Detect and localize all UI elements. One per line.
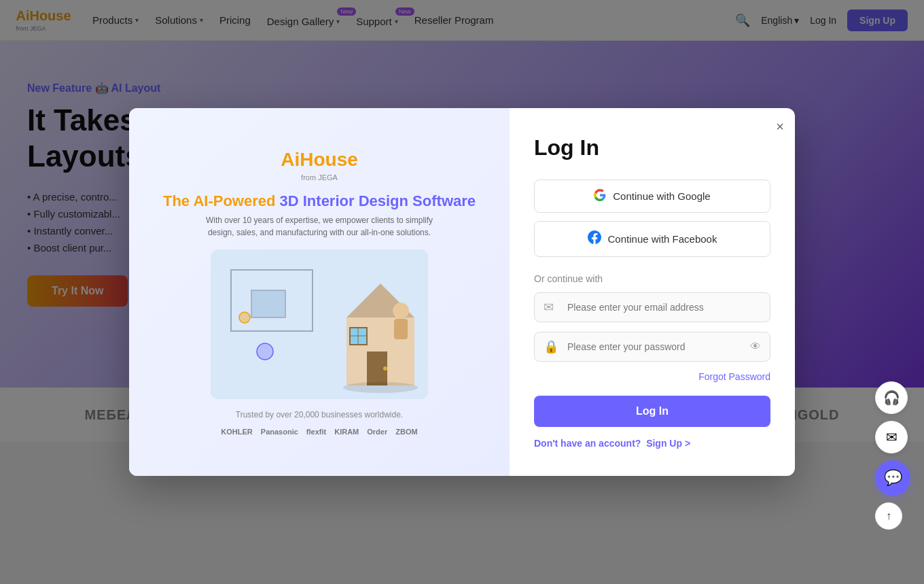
forgot-password-link[interactable]: Forgot Password [534, 371, 770, 382]
modal-trusted-text: Trusted by over 20,000 businesses worldw… [163, 410, 476, 419]
login-modal: AiHouse from JEGA The AI-Powered 3D Inte… [129, 108, 795, 442]
headset-icon: 🎧 [883, 390, 900, 406]
login-submit-button[interactable]: Log In [534, 396, 770, 427]
password-input[interactable] [534, 332, 770, 362]
modal-logo-sub: from JEGA [163, 173, 476, 182]
modal-brand-panasonic: Panasonic [261, 428, 298, 436]
email-input-group: ✉ [534, 292, 770, 322]
svg-point-6 [383, 366, 387, 371]
modal-brand-kohler: KOHLER [221, 428, 252, 436]
modal-brand-logos: KOHLER Panasonic flexfit KIRAM Order ZBO… [163, 428, 476, 436]
modal-logo: AiHouse [163, 149, 476, 171]
facebook-login-button[interactable]: Continue with Facebook [534, 221, 770, 257]
email-input[interactable] [534, 292, 770, 322]
signup-link[interactable]: Sign Up > [646, 438, 690, 442]
modal-title: Log In [534, 135, 770, 160]
modal-tagline: The AI-Powered 3D Interior Design Softwa… [163, 192, 476, 210]
modal-description: With over 10 years of expertise, we empo… [163, 214, 476, 239]
facebook-icon [588, 230, 601, 247]
svg-point-12 [239, 312, 250, 323]
modal-left-panel: AiHouse from JEGA The AI-Powered 3D Inte… [129, 108, 510, 442]
lock-icon: 🔒 [544, 339, 558, 354]
mail-widget[interactable]: ✉ [875, 421, 908, 442]
modal-overlay[interactable]: AiHouse from JEGA The AI-Powered 3D Inte… [0, 0, 924, 442]
svg-point-11 [257, 343, 273, 360]
svg-rect-14 [394, 319, 408, 339]
svg-rect-2 [251, 290, 285, 317]
google-icon [594, 189, 606, 203]
headset-widget[interactable]: 🎧 [875, 381, 908, 414]
chat-widgets: 🎧 ✉ 💬 ↑ [875, 381, 910, 442]
close-button[interactable]: × [776, 119, 784, 135]
modal-illustration [211, 250, 428, 399]
mail-icon: ✉ [886, 429, 898, 442]
password-input-group: 🔒 👁 [534, 332, 770, 362]
google-login-button[interactable]: Continue with Google [534, 179, 770, 213]
eye-toggle-icon[interactable]: 👁 [750, 341, 761, 353]
or-divider: Or continue with [534, 273, 770, 284]
modal-brand-kiram: KIRAM [334, 428, 359, 436]
svg-point-13 [393, 303, 409, 319]
modal-brand-flexfit: flexfit [306, 428, 326, 436]
modal-brand-order: Order [367, 428, 387, 436]
signup-prompt: Don't have an account? Sign Up > [534, 438, 770, 442]
email-icon: ✉ [544, 300, 554, 315]
modal-right-panel: × Log In Continue with Google [510, 108, 795, 442]
svg-point-10 [343, 382, 418, 393]
modal-brand-zbom: ZBOM [395, 428, 417, 436]
